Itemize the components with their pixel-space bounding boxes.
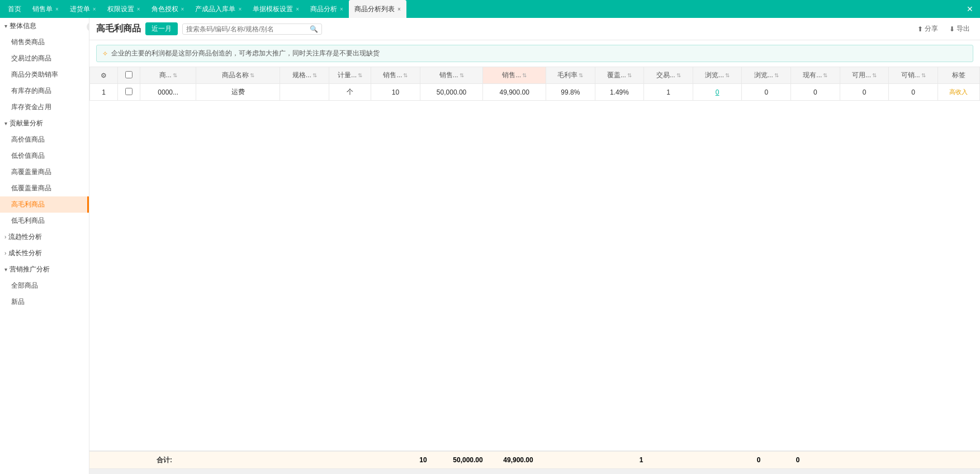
sort-icon-sales-cost: ⇅ <box>522 72 527 78</box>
arrow-icon-marketing: ▾ <box>4 266 7 273</box>
close-all-btn[interactable]: ✕ <box>962 4 978 13</box>
col-current-stock[interactable]: 现有... ⇅ <box>791 67 840 84</box>
footer-total-label: 合计: <box>89 456 179 465</box>
col-sellable-stock[interactable]: 可销... ⇅ <box>889 67 938 84</box>
col-coverage[interactable]: 覆盖... ⇅ <box>595 67 644 84</box>
footer-sales-qty: 10 <box>404 456 443 464</box>
col-spec[interactable]: 规格... ⇅ <box>280 67 329 84</box>
nav-tab-permission[interactable]: 权限设置 × <box>102 0 146 18</box>
sort-icon-sellable-stock: ⇅ <box>921 72 926 78</box>
footer-cells: 10 50,000.00 49,900.00 1 0 0 <box>179 456 980 464</box>
col-sales-qty[interactable]: 销售... ⇅ <box>371 67 420 84</box>
col-sales-amount[interactable]: 销售... ⇅ <box>420 67 483 84</box>
sidebar-item-traded-goods[interactable]: 交易过的商品 <box>0 50 89 67</box>
filter-recent-month-btn[interactable]: 近一月 <box>145 22 178 35</box>
col-available-stock[interactable]: 可用... ⇅ <box>840 67 889 84</box>
cell-available-stock: 0 <box>840 84 889 101</box>
nav-tab-sales[interactable]: 销售单 × <box>27 0 64 18</box>
arrow-icon-overall: ▾ <box>4 23 7 29</box>
close-inbound-tab[interactable]: × <box>238 6 242 12</box>
sidebar-item-low-value[interactable]: 低价值商品 <box>0 148 89 164</box>
nav-tab-home[interactable]: 首页 <box>2 0 27 18</box>
arrow-icon-growth: › <box>4 250 6 256</box>
close-sales-tab[interactable]: × <box>55 6 59 12</box>
col-browse-pv[interactable]: 浏览... ⇅ <box>693 67 742 84</box>
export-btn[interactable]: ⬇ 导出 <box>946 22 973 35</box>
sort-icon-coverage: ⇅ <box>627 72 632 78</box>
sort-icon-sales-amount: ⇅ <box>460 72 464 78</box>
sidebar-group-contribution[interactable]: ▾ 贡献量分析 <box>0 115 89 132</box>
search-icon[interactable]: 🔍 <box>310 25 318 33</box>
footer-sales-amount: 50,000.00 <box>443 456 493 464</box>
export-icon: ⬇ <box>949 25 955 33</box>
sort-icon-unit: ⇅ <box>358 72 362 78</box>
col-transactions[interactable]: 交易... ⇅ <box>644 67 693 84</box>
sort-icon-available-stock: ⇅ <box>872 72 877 78</box>
close-analysis-list-tab[interactable]: × <box>397 6 401 12</box>
cell-code: 0000... <box>140 84 196 101</box>
sidebar-item-low-gross[interactable]: 低毛利商品 <box>0 213 89 229</box>
sidebar-item-new-goods[interactable]: 新品 <box>0 294 89 310</box>
sort-icon-current-stock: ⇅ <box>823 72 827 78</box>
browse-pv-link[interactable]: 0 <box>716 88 719 96</box>
sidebar-item-stock-capital[interactable]: 库存资金占用 <box>0 99 89 115</box>
close-permission-tab[interactable]: × <box>137 6 140 12</box>
col-browse-uv[interactable]: 浏览... ⇅ <box>742 67 791 84</box>
sort-icon-name: ⇅ <box>250 72 254 78</box>
cell-sellable-stock: 0 <box>889 84 938 101</box>
sidebar-item-category-rate[interactable]: 商品分类助销率 <box>0 67 89 83</box>
nav-tab-analysis-list[interactable]: 商品分析列表 × <box>349 0 406 18</box>
nav-tab-role[interactable]: 角色授权 × <box>146 0 190 18</box>
cell-browse-uv: 0 <box>742 84 791 101</box>
footer-total: 合计: 10 50,000.00 49,900.00 1 0 0 <box>89 450 980 468</box>
nav-tab-analysis[interactable]: 商品分析 × <box>305 0 349 18</box>
col-unit[interactable]: 计量... ⇅ <box>329 67 371 84</box>
content-header: 高毛利商品 近一月 🔍 ⬆ 分享 ⬇ 导出 <box>89 18 980 40</box>
sidebar-group-marketing[interactable]: ▾ 营销推广分析 <box>0 261 89 278</box>
close-purchase-tab[interactable]: × <box>93 6 96 12</box>
col-code[interactable]: 商... ⇅ <box>140 67 196 84</box>
cell-current-stock: 0 <box>791 84 840 101</box>
cell-browse-pv[interactable]: 0 <box>693 84 742 101</box>
sidebar-item-low-coverage[interactable]: 低覆盖量商品 <box>0 180 89 196</box>
col-sales-cost[interactable]: 销售... ⇅ <box>483 67 546 84</box>
nav-tab-purchase[interactable]: 进货单 × <box>64 0 102 18</box>
select-all-checkbox[interactable] <box>125 71 132 78</box>
col-settings[interactable]: ⚙ <box>90 67 118 84</box>
row-checkbox[interactable] <box>125 88 132 95</box>
arrow-icon-trend: › <box>4 234 6 240</box>
close-analysis-tab[interactable]: × <box>340 6 343 12</box>
cell-gross-rate: 99.8% <box>546 84 595 101</box>
sort-icon-browse-pv: ⇅ <box>725 72 730 78</box>
share-btn[interactable]: ⬆ 分享 <box>914 22 941 35</box>
sidebar-group-growth[interactable]: › 成长性分析 <box>0 245 89 261</box>
col-tag: 标签 <box>938 67 979 84</box>
sidebar-item-all-goods[interactable]: 全部商品 <box>0 278 89 294</box>
sort-icon-code: ⇅ <box>173 72 177 78</box>
nav-tab-template[interactable]: 单据模板设置 × <box>247 0 305 18</box>
sidebar-item-high-gross[interactable]: 高毛利商品 <box>0 196 89 213</box>
arrow-icon-contribution: ▾ <box>4 120 7 126</box>
sort-icon-browse-uv: ⇅ <box>774 72 779 78</box>
search-input[interactable] <box>186 25 310 33</box>
col-name[interactable]: 商品名称 ⇅ <box>196 67 280 84</box>
sidebar-group-overall[interactable]: ▾ 整体信息 <box>0 18 89 34</box>
sidebar-item-sales-goods[interactable]: 销售类商品 <box>0 34 89 50</box>
col-checkbox[interactable] <box>118 67 140 84</box>
share-icon: ⬆ <box>917 25 923 33</box>
close-role-tab[interactable]: × <box>181 6 184 12</box>
sidebar-group-trend[interactable]: › 流趋性分析 <box>0 229 89 245</box>
cell-name: 运费 <box>196 84 280 101</box>
footer-current-stock: 0 <box>739 456 778 464</box>
sidebar-item-stocked-goods[interactable]: 有库存的商品 <box>0 83 89 99</box>
table-header-row: ⚙ 商... ⇅ 商品名称 <box>90 67 980 84</box>
cell-sales-qty: 10 <box>371 84 420 101</box>
sidebar-item-high-value[interactable]: 高价值商品 <box>0 132 89 148</box>
nav-tab-inbound[interactable]: 产成品入库单 × <box>190 0 247 18</box>
bottom-scrollbar[interactable] <box>89 468 980 474</box>
close-template-tab[interactable]: × <box>296 6 299 12</box>
tip-icon: ✧ <box>102 50 108 58</box>
col-gross-rate[interactable]: 毛利率 ⇅ <box>546 67 595 84</box>
sidebar-item-high-coverage[interactable]: 高覆盖量商品 <box>0 164 89 180</box>
cell-checkbox[interactable] <box>118 84 140 101</box>
